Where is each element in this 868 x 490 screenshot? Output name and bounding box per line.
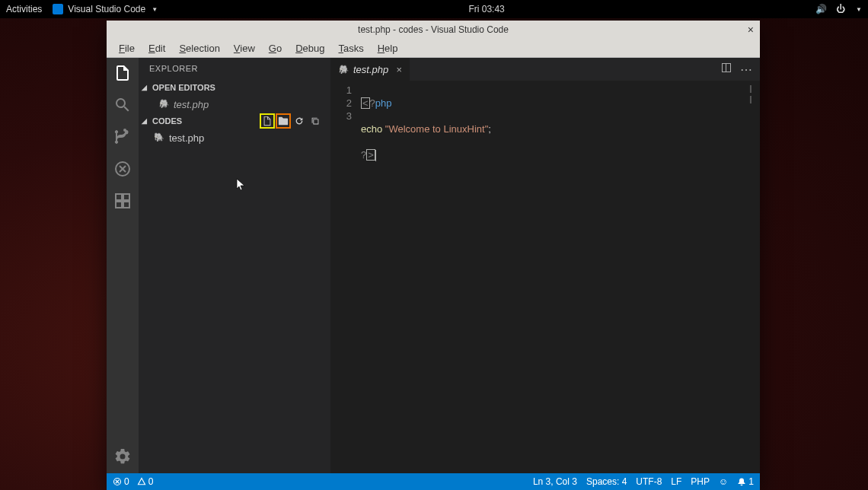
- editor-area: 🐘 test.php × ⋯ 1 2 3 <?php echo "We: [330, 58, 760, 473]
- vscode-app-icon: [53, 4, 63, 14]
- debug-icon[interactable]: [113, 160, 132, 178]
- open-editors-header[interactable]: ◢ OPEN EDITORS: [139, 79, 330, 96]
- status-encoding[interactable]: UTF-8: [636, 476, 662, 487]
- collapse-all-button[interactable]: [308, 113, 323, 129]
- menu-bar: File Edit Selection View Go Debug Tasks …: [107, 39, 760, 58]
- chevron-down-icon: ▼: [856, 6, 862, 13]
- power-icon[interactable]: ⏻: [836, 4, 845, 14]
- refresh-button[interactable]: [292, 113, 307, 129]
- open-editor-item[interactable]: 🐘 test.php: [139, 96, 330, 113]
- status-spaces[interactable]: Spaces: 4: [586, 476, 627, 487]
- new-file-button[interactable]: [260, 113, 275, 129]
- menu-file[interactable]: File: [113, 41, 141, 56]
- editor-tabs: 🐘 test.php × ⋯: [330, 58, 760, 81]
- menu-edit[interactable]: Edit: [142, 41, 171, 56]
- warnings-count: 0: [148, 476, 154, 487]
- search-icon[interactable]: [113, 96, 132, 114]
- menu-tasks[interactable]: Tasks: [332, 41, 369, 56]
- status-notifications[interactable]: 1: [737, 476, 754, 487]
- status-eol[interactable]: LF: [671, 476, 681, 487]
- extensions-icon[interactable]: [113, 192, 132, 210]
- gnome-top-bar: Activities Visual Studio Code ▼ Fri 03:4…: [0, 0, 868, 18]
- line-number: 3: [330, 110, 352, 123]
- file-label: test.php: [174, 99, 209, 110]
- volume-icon[interactable]: 🔊: [815, 4, 827, 14]
- tab-label: test.php: [353, 64, 388, 75]
- chevron-down-icon: ◢: [142, 84, 151, 91]
- php-file-icon: 🐘: [338, 65, 349, 75]
- activity-bar: [107, 58, 139, 473]
- source-control-icon[interactable]: [113, 128, 132, 146]
- activities-button[interactable]: Activities: [6, 4, 42, 14]
- new-folder-button[interactable]: [276, 113, 291, 129]
- menu-help[interactable]: Help: [372, 41, 404, 56]
- open-editors-label: OPEN EDITORS: [152, 83, 215, 92]
- php-file-icon: 🐘: [154, 132, 164, 143]
- code-editor[interactable]: 1 2 3 <?php echo "Welcome to LinuxHint";…: [330, 81, 760, 473]
- tab-close-button[interactable]: ×: [396, 64, 402, 75]
- minimap[interactable]: II: [749, 84, 757, 105]
- line-number: 2: [330, 97, 352, 110]
- php-file-icon: 🐘: [158, 99, 169, 110]
- notifications-count: 1: [748, 476, 754, 487]
- line-gutter: 1 2 3: [330, 81, 361, 473]
- status-errors[interactable]: 0: [113, 476, 129, 487]
- explorer-icon[interactable]: [113, 64, 132, 82]
- menu-view[interactable]: View: [228, 41, 261, 56]
- folder-label: CODES: [152, 116, 182, 126]
- settings-gear-icon[interactable]: [113, 447, 132, 466]
- folder-header[interactable]: ◢ CODES: [139, 113, 330, 129]
- status-lncol[interactable]: Ln 3, Col 3: [533, 476, 577, 487]
- vscode-window: test.php - codes - Visual Studio Code × …: [107, 21, 760, 490]
- errors-count: 0: [124, 476, 129, 487]
- title-bar[interactable]: test.php - codes - Visual Studio Code ×: [107, 21, 760, 39]
- folder-file-item[interactable]: 🐘 test.php: [139, 129, 330, 146]
- window-close-button[interactable]: ×: [748, 24, 754, 36]
- chevron-down-icon: ◢: [142, 117, 151, 125]
- window-title: test.php - codes - Visual Studio Code: [107, 24, 760, 35]
- clock[interactable]: Fri 03:43: [158, 4, 815, 14]
- status-language[interactable]: PHP: [691, 476, 710, 487]
- line-number: 1: [330, 84, 352, 97]
- app-menu[interactable]: Visual Studio Code ▼: [53, 4, 158, 14]
- app-name-label: Visual Studio Code: [68, 4, 145, 14]
- status-bar: 0 0 Ln 3, Col 3 Spaces: 4 UTF-8 LF PHP ☺…: [107, 473, 760, 490]
- status-feedback[interactable]: ☺: [719, 476, 728, 487]
- menu-go[interactable]: Go: [263, 41, 288, 56]
- code-content[interactable]: <?php echo "Welcome to LinuxHint"; ?>: [361, 81, 760, 473]
- sidebar-title: EXPLORER: [139, 58, 330, 79]
- tab-test-php[interactable]: 🐘 test.php ×: [330, 58, 410, 81]
- chevron-down-icon: ▼: [152, 6, 158, 13]
- split-editor-button[interactable]: [720, 62, 732, 77]
- file-label: test.php: [169, 132, 204, 144]
- menu-selection[interactable]: Selection: [173, 41, 225, 56]
- menu-debug[interactable]: Debug: [289, 41, 330, 56]
- more-actions-button[interactable]: ⋯: [740, 62, 752, 77]
- status-warnings[interactable]: 0: [137, 476, 154, 487]
- explorer-sidebar: EXPLORER ◢ OPEN EDITORS 🐘 test.php ◢ COD…: [139, 58, 330, 473]
